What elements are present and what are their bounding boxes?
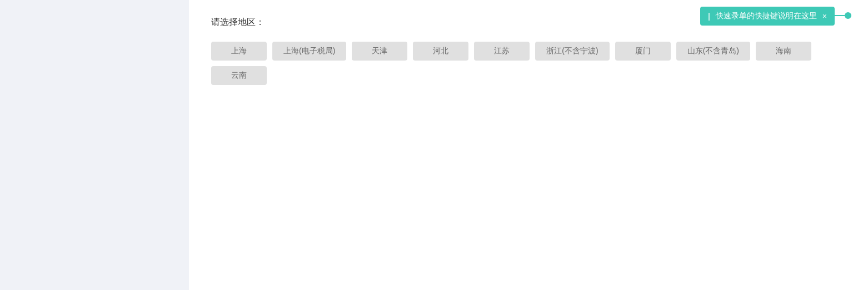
region-btn-yunnan[interactable]: 云南 [211, 66, 267, 85]
region-btn-jiangsu[interactable]: 江苏 [474, 42, 530, 61]
tooltip-dot [845, 12, 851, 19]
main-content: 快速录单的快捷键说明在这里 × 请选择地区： 上海上海(电子税局)天津河北江苏浙… [189, 0, 868, 290]
tooltip-close-button[interactable]: × [822, 12, 827, 21]
tooltip-banner: 快速录单的快捷键说明在这里 × [700, 7, 835, 26]
region-buttons-container: 上海上海(电子税局)天津河北江苏浙江(不含宁波)厦门山东(不含青岛)海南云南 [211, 42, 846, 85]
tooltip-text: 快速录单的快捷键说明在这里 [716, 11, 817, 21]
region-btn-tianjin[interactable]: 天津 [352, 42, 407, 61]
region-btn-xiamen[interactable]: 厦门 [615, 42, 671, 61]
tooltip-line [835, 15, 845, 16]
region-btn-shanghai-etax[interactable]: 上海(电子税局) [272, 42, 346, 61]
region-btn-shandong[interactable]: 山东(不含青岛) [676, 42, 750, 61]
region-btn-hainan[interactable]: 海南 [756, 42, 811, 61]
region-btn-zhejiang[interactable]: 浙江(不含宁波) [535, 42, 609, 61]
region-btn-shanghai[interactable]: 上海 [211, 42, 267, 61]
page-layout: 快速录单的快捷键说明在这里 × 请选择地区： 上海上海(电子税局)天津河北江苏浙… [0, 0, 868, 290]
region-btn-hebei[interactable]: 河北 [413, 42, 468, 61]
sidebar [0, 0, 189, 290]
